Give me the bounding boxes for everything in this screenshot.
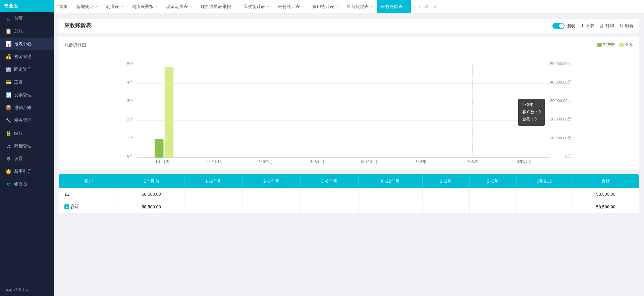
- home-icon: ⌂: [5, 16, 11, 21]
- cell-y1-2: [422, 188, 469, 200]
- chart-toggle-switch[interactable]: [552, 23, 565, 29]
- svg-text:2~3个月: 2~3个月: [259, 159, 273, 164]
- tab-label: 应付统计表: [278, 4, 300, 10]
- page-title: 应收账龄表: [64, 22, 91, 29]
- sidebar-pin-button[interactable]: ◀◀ 取消固定: [0, 284, 54, 296]
- tab-cashflow[interactable]: 现金流量表 ×: [162, 0, 196, 13]
- sidebar-item-label: 进销台账: [14, 105, 32, 111]
- sidebar-item-guide[interactable]: 🌟 新手引导: [0, 165, 54, 178]
- sidebar-item-stock[interactable]: 📦 进销台账: [0, 101, 54, 114]
- tab-ar-aging[interactable]: 应收账龄表 ×: [377, 0, 411, 13]
- tab-cashflow-q[interactable]: 现金流量表季报 ×: [197, 0, 239, 13]
- cell-total-m1-2: [184, 200, 243, 213]
- sidebar-item-close[interactable]: 🔒 结账: [0, 127, 54, 140]
- sidebar-logo: 专业版: [0, 0, 54, 12]
- sidebar-item-invoice[interactable]: 🧾 发票管理: [0, 89, 54, 101]
- cell-y2-3: [469, 188, 516, 200]
- sidebar-item-vip[interactable]: V 畅会员: [0, 178, 54, 191]
- total-label-wrap: Σ 合计: [64, 204, 115, 210]
- sidebar-item-assets[interactable]: 🏢 固定资产: [0, 63, 54, 76]
- tab-close-icon[interactable]: ×: [156, 5, 158, 8]
- sidebar-item-settings[interactable]: ⚙ 设置: [0, 152, 54, 165]
- svg-text:40,000.00元: 40,000.00元: [550, 80, 572, 84]
- tab-profit-q[interactable]: 利润表季报 ×: [128, 0, 162, 13]
- tab-ap-stats[interactable]: 应付统计表 ×: [274, 0, 308, 13]
- sidebar-item-home[interactable]: ⌂ 首页: [0, 12, 54, 25]
- tab-close-icon[interactable]: ×: [233, 5, 235, 8]
- cell-m1-2: [184, 188, 243, 200]
- legend-amount: 金额: [619, 42, 633, 48]
- sidebar-item-salary[interactable]: 💳 工资: [0, 76, 54, 89]
- legend-customers-color: [597, 43, 602, 47]
- data-table: 客户 1个月内 1~2个月 2~3个月 3~6个月 6~12个月 1~2年 2~…: [59, 174, 639, 213]
- chart-toggle-wrap[interactable]: 图表: [552, 23, 575, 29]
- chart-container: 账龄统计图 客户数 金额 0个 1个 2个 3个 4个: [59, 37, 639, 170]
- fund-icon: 💰: [5, 54, 11, 60]
- cell-total-y3plus: [517, 200, 573, 213]
- tab-close-icon[interactable]: ×: [96, 5, 98, 8]
- tab-new-voucher[interactable]: 新增凭证 ×: [72, 0, 102, 13]
- svg-text:0个: 0个: [127, 154, 133, 158]
- svg-text:2~3年: 2~3年: [467, 159, 478, 164]
- sidebar-item-label: 报表中心: [14, 41, 32, 47]
- tab-label: 利润表季报: [132, 4, 154, 10]
- sidebar-item-fund[interactable]: 💰 资金管理: [0, 50, 54, 63]
- svg-text:0元: 0元: [566, 154, 572, 158]
- sidebar-item-label: 工资: [14, 79, 23, 85]
- sidebar-item-ledger[interactable]: 📋 总账: [0, 25, 54, 38]
- chart-svg-area: 0个 1个 2个 3个 4个 5个 0元 10,000.00元 20,000.0…: [64, 51, 633, 165]
- page-actions: 图表 ⬇ 下载 🖨 打印 ↻ 刷新: [552, 23, 633, 29]
- cell-m6-12: [358, 188, 422, 200]
- reports-icon: 📊: [5, 41, 11, 47]
- svg-text:4个: 4个: [127, 80, 133, 84]
- sidebar-item-label: 结账: [14, 130, 23, 136]
- assets-icon: 🏢: [5, 66, 11, 72]
- svg-text:20,000.00元: 20,000.00元: [550, 117, 572, 121]
- col-header-y1-2: 1~2年: [422, 174, 469, 188]
- tab-bar: 首页 新增凭证 × 利润表 × 利润表季报 × 现金流量表 × 现金流量表季报 …: [54, 0, 644, 13]
- cell-total: 58,500.00: [573, 188, 639, 200]
- page-header: 应收账龄表 图表 ⬇ 下载 🖨 打印 ↻ 刷新: [59, 19, 639, 33]
- guide-icon: 🌟: [5, 168, 11, 175]
- cell-total-y2-3: [469, 200, 516, 213]
- refresh-label: 刷新: [625, 23, 633, 29]
- tab-home[interactable]: 首页: [55, 0, 72, 13]
- tab-label: 首页: [59, 4, 68, 10]
- sidebar-item-label: 设置: [14, 156, 23, 162]
- tab-close-icon[interactable]: ×: [190, 5, 192, 8]
- settings-icon: ⚙: [5, 156, 11, 162]
- tab-ar-stats[interactable]: 应收统计表 ×: [239, 0, 274, 13]
- cell-y3plus: [517, 188, 573, 200]
- tab-close-all-button[interactable]: ✕: [423, 0, 431, 13]
- tab-ops[interactable]: 经营状况表 ×: [343, 0, 377, 13]
- tab-expense[interactable]: 费用统计表 ×: [308, 0, 342, 13]
- tab-close-icon[interactable]: ×: [267, 5, 269, 8]
- tab-close-icon[interactable]: ×: [405, 5, 407, 8]
- sidebar-item-tax[interactable]: 🔧 税务管理: [0, 114, 54, 127]
- tab-close-icon[interactable]: ×: [336, 5, 338, 8]
- tab-expand-button[interactable]: ⤢: [431, 0, 439, 13]
- print-button[interactable]: 🖨 打印: [600, 23, 614, 29]
- tab-close-icon[interactable]: ×: [121, 5, 123, 8]
- download-label: 下载: [586, 23, 594, 29]
- svg-text:5个: 5个: [127, 61, 133, 66]
- download-button[interactable]: ⬇ 下载: [581, 23, 594, 29]
- tab-close-icon[interactable]: ×: [302, 5, 304, 8]
- svg-text:6~12个月: 6~12个月: [361, 159, 377, 164]
- col-header-m1-2: 1~2个月: [184, 174, 243, 188]
- pin-icon: ◀◀: [5, 288, 11, 292]
- tab-label: 应收账龄表: [381, 4, 403, 10]
- cell-total-total: 58,500.00: [573, 200, 639, 213]
- sidebar-item-archive[interactable]: 🗂 归档管理: [0, 140, 54, 152]
- tab-prev-button[interactable]: ‹: [411, 0, 417, 13]
- sidebar-item-label: 归档管理: [14, 143, 32, 149]
- col-header-m3-6: 3~6个月: [300, 174, 358, 188]
- col-header-m6-12: 6~12个月: [358, 174, 422, 188]
- tab-profit[interactable]: 利润表 ×: [102, 0, 127, 13]
- tab-close-icon[interactable]: ×: [371, 5, 373, 8]
- refresh-button[interactable]: ↻ 刷新: [620, 23, 633, 29]
- table-header-row: 客户 1个月内 1~2个月 2~3个月 3~6个月 6~12个月 1~2年 2~…: [59, 174, 639, 188]
- sidebar-item-label: 首页: [14, 15, 23, 21]
- tab-next-button[interactable]: ›: [417, 0, 423, 13]
- sidebar-item-reports[interactable]: 📊 报表中心: [0, 38, 54, 50]
